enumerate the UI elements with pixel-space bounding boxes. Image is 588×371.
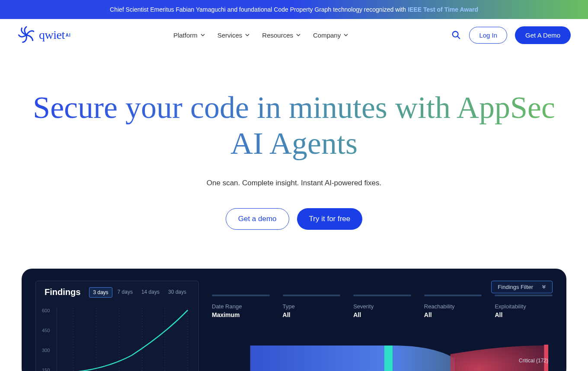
hero-section: Secure your code in minutes with AppSec … — [0, 51, 588, 256]
site-header: qwiet AI Platform Services Resources Com… — [0, 19, 588, 51]
logo[interactable]: qwiet AI — [17, 26, 71, 44]
filter-value: All — [283, 311, 341, 318]
chevron-down-icon — [200, 32, 205, 38]
y-axis: 600 450 300 150 — [42, 308, 50, 371]
hero-demo-button[interactable]: Get a demo — [226, 208, 289, 230]
nav-label: Resources — [262, 32, 293, 39]
filter-label: Date Range — [212, 303, 270, 310]
announcement-text: Chief Scientist Emeritus Fabian Yamaguch… — [110, 6, 406, 13]
chevron-down-icon — [542, 284, 546, 289]
nav-label: Platform — [173, 32, 198, 39]
filter-label: Type — [283, 303, 341, 310]
findings-chart: 600 450 300 150 — [57, 308, 190, 371]
header-actions: Log In Get A Demo — [451, 26, 571, 44]
get-demo-button[interactable]: Get A Demo — [515, 26, 571, 44]
filter-col-type[interactable]: Type All — [283, 295, 341, 318]
time-tab-14days[interactable]: 14 days — [138, 287, 163, 298]
hero-try-button[interactable]: Try it for free — [297, 208, 363, 230]
announcement-bar[interactable]: Chief Scientist Emeritus Fabian Yamaguch… — [0, 0, 588, 19]
filter-value: All — [424, 311, 482, 318]
filters-panel: Findings Filter Date Range Maximum Type … — [212, 281, 553, 371]
filter-value: All — [495, 311, 553, 318]
nav-item-resources[interactable]: Resources — [262, 32, 301, 39]
y-tick: 300 — [42, 348, 50, 353]
filter-label: Exploitability — [495, 303, 553, 310]
time-tab-30days[interactable]: 30 days — [165, 287, 190, 298]
nav-item-company[interactable]: Company — [313, 32, 348, 39]
nav-label: Services — [217, 32, 243, 39]
time-tabs: 3 days 7 days 14 days 30 days — [89, 287, 190, 298]
time-tab-7days[interactable]: 7 days — [114, 287, 136, 298]
main-nav: Platform Services Resources Company — [173, 32, 348, 39]
logo-swirl-icon — [17, 26, 35, 44]
nav-label: Company — [313, 32, 341, 39]
hero-subtitle: One scan. Complete insight. Instant AI-p… — [17, 179, 571, 187]
logo-sup: AI — [66, 33, 71, 38]
svg-line-1 — [457, 36, 460, 39]
filter-value: Maximum — [212, 311, 270, 318]
filter-col-exploitability[interactable]: Exploitability All — [495, 295, 553, 318]
filter-col-date-range[interactable]: Date Range Maximum — [212, 295, 270, 318]
y-tick: 600 — [42, 308, 50, 313]
hero-title: Secure your code in minutes with AppSec … — [17, 90, 571, 162]
y-tick: 450 — [42, 328, 50, 333]
chevron-down-icon — [343, 32, 348, 38]
hero-actions: Get a demo Try it for free — [17, 208, 571, 230]
time-tab-3days[interactable]: 3 days — [89, 287, 112, 298]
filter-col-reachability[interactable]: Reachability All — [424, 295, 482, 318]
announcement-link[interactable]: IEEE Test of Time Award — [408, 6, 478, 13]
search-icon[interactable] — [451, 30, 461, 40]
findings-title: Findings — [45, 287, 80, 297]
login-button[interactable]: Log In — [469, 27, 507, 44]
nav-item-services[interactable]: Services — [217, 32, 250, 39]
findings-filter-button[interactable]: Findings Filter — [491, 281, 553, 293]
critical-label: Critical (172) — [519, 358, 548, 364]
chevron-down-icon — [245, 32, 250, 38]
filter-label: Reachability — [424, 303, 482, 310]
filter-value: All — [353, 311, 411, 318]
chevron-down-icon — [296, 32, 301, 38]
svg-rect-9 — [250, 346, 387, 371]
filter-col-severity[interactable]: Severity All — [353, 295, 411, 318]
nav-item-platform[interactable]: Platform — [173, 32, 205, 39]
dashboard-preview: Findings 3 days 7 days 14 days 30 days 6… — [22, 269, 566, 371]
logo-text: qwiet — [39, 28, 65, 42]
filter-label: Severity — [353, 303, 411, 310]
svg-rect-10 — [384, 346, 393, 371]
sankey-diagram — [212, 337, 553, 371]
filter-button-label: Findings Filter — [498, 284, 533, 290]
y-tick: 150 — [42, 368, 50, 371]
findings-panel: Findings 3 days 7 days 14 days 30 days 6… — [35, 281, 199, 371]
filter-columns: Date Range Maximum Type All Severity All… — [212, 295, 553, 318]
